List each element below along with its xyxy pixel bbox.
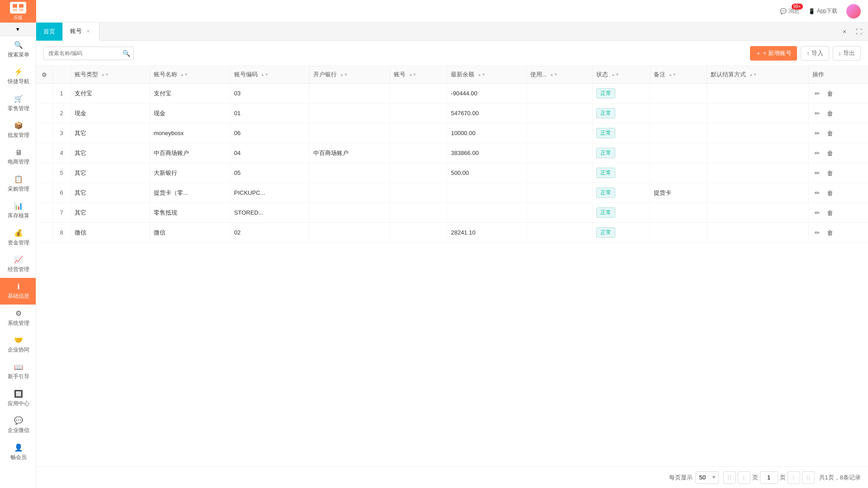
tab-home[interactable]: 首页 [36, 23, 63, 41]
td-status: 正常 [593, 183, 650, 203]
sidebar-item-purchase-mgmt[interactable]: 📋 采购管理 [0, 170, 36, 197]
enterprise-agreement-icon: 🤝 [14, 336, 23, 345]
td-account-type: 其它 [71, 123, 150, 143]
sidebar-item-wholesale-mgmt[interactable]: 📦 批发管理 [0, 117, 36, 143]
sidebar-item-capital-mgmt[interactable]: 💰 资金管理 [0, 224, 36, 251]
go-label: 页 [780, 474, 786, 482]
td-row-num: 5 [52, 163, 71, 183]
td-account-name: moneybosx [150, 123, 230, 143]
prev-page-icon: ⟨ [743, 474, 745, 481]
first-page-icon: ⟨⟨ [727, 474, 732, 481]
th-status[interactable]: 状态 ▲▼ [593, 66, 650, 84]
th-usage[interactable]: 使用... ▲▼ [526, 66, 593, 84]
table-row: 2 现金 现金 01 547670.00 正常 ✏ 🗑 [36, 103, 868, 123]
th-latest-balance[interactable]: 最新余额 ▲▼ [447, 66, 526, 84]
sidebar-item-label: 批发管理 [8, 132, 29, 139]
search-input[interactable] [43, 47, 134, 60]
import-icon: ↑ [807, 50, 810, 56]
tab-maximize-button[interactable]: ⛶ [854, 26, 864, 37]
td-account-code: 05 [230, 163, 309, 183]
sidebar-item-new-guide[interactable]: 📖 新手引导 [0, 358, 36, 385]
tab-close-icon[interactable]: × [85, 28, 92, 35]
td-status: 正常 [593, 223, 650, 243]
td-account-type: 现金 [71, 103, 150, 123]
th-account-name[interactable]: 账号名称 ▲▼ [150, 66, 230, 84]
sidebar-item-label: 采购管理 [8, 186, 29, 193]
td-account-code: 04 [230, 143, 309, 163]
td-bank [309, 103, 390, 123]
th-bank[interactable]: 开户银行 ▲▼ [309, 66, 390, 84]
sidebar-item-enterprise-wechat[interactable]: 💬 企业微信 [0, 412, 36, 438]
app-download-button[interactable]: 📱 App下载 [808, 7, 837, 15]
delete-icon[interactable]: 🗑 [825, 168, 835, 178]
edit-icon[interactable]: ✏ [812, 108, 822, 118]
operations-mgmt-icon: 📈 [14, 255, 23, 265]
td-usage [526, 123, 593, 143]
th-remark[interactable]: 备注 ▲▼ [650, 66, 707, 84]
next-page-button[interactable]: ⟩ [788, 471, 800, 484]
td-row-num: 6 [52, 183, 71, 203]
page-nav: ⟨⟨ ⟨ 页 页 ⟩ ⟩⟩ [723, 471, 815, 484]
table-row: 6 其它 提货卡（零... PICKUPC... 正常 提货卡 ✏ 🗑 [36, 183, 868, 203]
sidebar-item-quick-nav[interactable]: ⚡ 快捷导航 [0, 63, 36, 89]
close-window-icon: × [843, 28, 846, 35]
import-button[interactable]: ↑ 导入 [801, 46, 829, 61]
sidebar-item-label: 零售管理 [8, 105, 29, 113]
th-default-settlement-label: 默认结算方式 [711, 71, 746, 78]
td-settings [36, 84, 52, 103]
delete-icon[interactable]: 🗑 [825, 228, 835, 238]
sidebar-dropdown[interactable]: ▾ [0, 23, 36, 36]
delete-icon[interactable]: 🗑 [825, 89, 835, 99]
th-account-code[interactable]: 账号编码 ▲▼ [230, 66, 309, 84]
prev-page-button[interactable]: ⟨ [738, 471, 750, 484]
sidebar-item-enterprise-agreement[interactable]: 🤝 企业协同 [0, 331, 36, 358]
tab-account[interactable]: 账号 × [63, 23, 99, 41]
sidebar-item-member[interactable]: 👤 畅会员 [0, 439, 36, 465]
sidebar-item-app-center[interactable]: 🔲 应用中心 [0, 385, 36, 412]
th-account-number[interactable]: 账号 ▲▼ [390, 66, 447, 84]
td-account-number [390, 84, 447, 103]
th-settings[interactable]: ⚙ [36, 66, 52, 84]
sidebar-item-inventory-check[interactable]: 📊 库存核算 [0, 197, 36, 224]
edit-icon[interactable]: ✏ [812, 148, 822, 158]
delete-icon[interactable]: 🗑 [825, 148, 835, 158]
member-icon: 👤 [14, 443, 23, 453]
sidebar-item-search-menu[interactable]: 🔍 搜索菜单 [0, 36, 36, 63]
sidebar-item-ecommerce-mgmt[interactable]: 🖥 电商管理 [0, 144, 36, 170]
edit-icon[interactable]: ✏ [812, 188, 822, 198]
sidebar-item-retail-mgmt[interactable]: 🛒 零售管理 [0, 90, 36, 117]
sidebar-item-operations-mgmt[interactable]: 📈 经营管理 [0, 251, 36, 277]
th-account-type[interactable]: 账号类型 ▲▼ [71, 66, 150, 84]
page-size-selector[interactable]: 50 100 200 [695, 471, 719, 484]
tab-close-button[interactable]: × [839, 26, 850, 37]
export-button[interactable]: ↓ 导出 [833, 46, 861, 61]
tab-account-label: 账号 [70, 27, 82, 35]
page-number-input[interactable] [760, 471, 778, 484]
td-default-settlement [707, 203, 809, 223]
edit-icon[interactable]: ✏ [812, 228, 822, 238]
td-latest-balance: 383866.00 [447, 143, 526, 163]
sidebar-item-basic-info[interactable]: ℹ 基础信息 [0, 278, 36, 305]
last-page-button[interactable]: ⟩⟩ [802, 471, 815, 484]
th-account-name-label: 账号名称 [154, 71, 177, 78]
sidebar-item-label: 库存核算 [8, 212, 29, 220]
edit-icon[interactable]: ✏ [812, 128, 822, 138]
td-default-settlement [707, 223, 809, 243]
action-buttons: ✏ 🗑 [812, 208, 864, 218]
delete-icon[interactable]: 🗑 [825, 188, 835, 198]
first-page-button[interactable]: ⟨⟨ [723, 471, 736, 484]
delete-icon[interactable]: 🗑 [825, 128, 835, 138]
td-actions: ✏ 🗑 [809, 203, 868, 223]
sidebar-item-system-mgmt[interactable]: ⚙ 系统管理 [0, 305, 36, 331]
user-avatar[interactable] [846, 4, 861, 19]
th-default-settlement[interactable]: 默认结算方式 ▲▼ [707, 66, 809, 84]
delete-icon[interactable]: 🗑 [825, 108, 835, 118]
delete-icon[interactable]: 🗑 [825, 208, 835, 218]
edit-icon[interactable]: ✏ [812, 208, 822, 218]
status-badge: 正常 [596, 168, 615, 178]
edit-icon[interactable]: ✏ [812, 89, 822, 99]
edit-icon[interactable]: ✏ [812, 168, 822, 178]
message-button[interactable]: 💬 消息 99+ [780, 7, 799, 15]
add-account-button[interactable]: ＋ + 新增账号 [750, 46, 797, 61]
pagination-bar: 每页显示 50 100 200 ⟨⟨ ⟨ 页 页 ⟩ [36, 466, 868, 488]
